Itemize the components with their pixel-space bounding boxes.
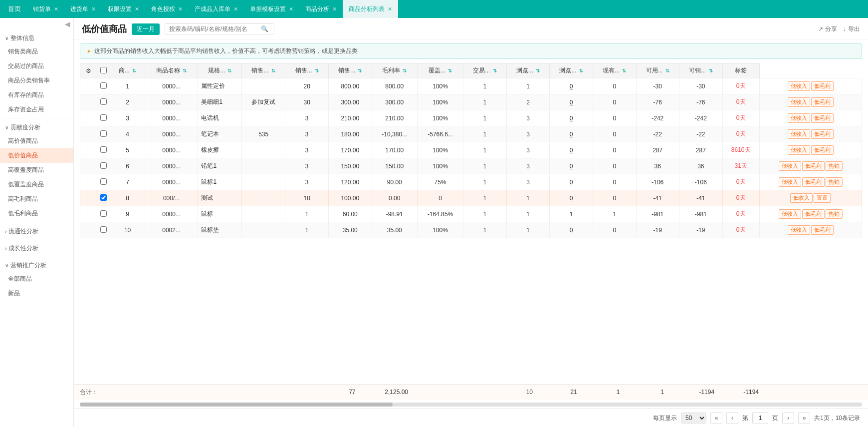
sidebar-item-low-profit[interactable]: 低毛利商品 [0, 206, 73, 221]
sidebar-collapse-btn[interactable]: ◀ [65, 20, 70, 28]
view1-link[interactable]: 1 [570, 211, 573, 218]
col-code[interactable]: 商... ⇅ [110, 63, 145, 78]
nav-permission[interactable]: 权限设置 ✕ [102, 0, 145, 18]
col-settings[interactable]: ⚙ [80, 63, 97, 78]
nav-purchase-close[interactable]: ✕ [91, 6, 96, 12]
nav-home[interactable]: 首页 [2, 0, 27, 18]
col-name[interactable]: 商品名称 ⇅ [145, 63, 198, 78]
cell-checkbox[interactable] [97, 206, 110, 222]
cell-view1[interactable]: 0 [550, 126, 593, 142]
nav-sale-close[interactable]: ✕ [54, 6, 58, 12]
view1-link[interactable]: 0 [570, 115, 573, 122]
cell-view1[interactable]: 1 [550, 206, 593, 222]
col-current[interactable]: 现有... ⇅ [593, 63, 636, 78]
sidebar-item-new-goods[interactable]: 新品 [0, 286, 73, 301]
cell-view1[interactable]: 0 [550, 190, 593, 206]
nav-stock-in-close[interactable]: ✕ [233, 6, 238, 12]
nav-analysis-close[interactable]: ✕ [332, 6, 337, 12]
col-spec[interactable]: 规格... ⇅ [198, 63, 242, 78]
cell-view1[interactable]: 0 [550, 158, 593, 174]
cell-checkbox[interactable] [97, 94, 110, 110]
col-sellable[interactable]: 可销... ⇅ [679, 63, 723, 78]
view1-link[interactable]: 0 [570, 83, 573, 90]
share-button[interactable]: ↗ 分享 [818, 25, 837, 33]
col-trade[interactable]: 交易... ⇅ [463, 63, 507, 78]
col-amount[interactable]: 销售... ⇅ [285, 63, 329, 78]
export-button[interactable]: ↓ 导出 [843, 25, 860, 33]
cell-checkbox[interactable] [97, 126, 110, 142]
cell-view1[interactable]: 0 [550, 222, 593, 238]
view1-link[interactable]: 0 [570, 163, 573, 170]
period-button[interactable]: 近一月 [132, 23, 160, 35]
nav-analysis-list[interactable]: 商品分析列表 ✕ [343, 0, 398, 18]
nav-role[interactable]: 角色授权 ✕ [145, 0, 189, 18]
nav-role-close[interactable]: ✕ [178, 6, 183, 12]
view1-link[interactable]: 0 [570, 179, 573, 186]
nav-stock-in[interactable]: 产成品入库单 ✕ [189, 0, 244, 18]
search-icon[interactable]: 🔍 [261, 25, 268, 32]
sidebar-item-low-value[interactable]: 低价值商品 [0, 148, 73, 163]
nav-permission-close[interactable]: ✕ [135, 6, 139, 12]
row-checkbox[interactable] [100, 178, 107, 185]
cell-checkbox[interactable] [97, 142, 110, 158]
cell-checkbox[interactable] [97, 174, 110, 190]
cell-checkbox[interactable] [97, 190, 110, 206]
sidebar-item-in-stock[interactable]: 有库存的商品 [0, 88, 73, 102]
select-all-checkbox[interactable] [100, 67, 107, 73]
sidebar-section-overall[interactable]: ∨ 整体信息 [0, 30, 73, 44]
cell-view1[interactable]: 0 [550, 110, 593, 126]
sidebar-section-flow[interactable]: › 流通性分析 [0, 223, 73, 238]
row-checkbox[interactable] [100, 82, 107, 89]
horizontal-scrollbar[interactable] [80, 403, 862, 407]
row-checkbox[interactable] [100, 210, 107, 217]
view1-link[interactable]: 0 [570, 131, 573, 138]
sidebar-item-stock-capital[interactable]: 库存资金占用 [0, 102, 73, 117]
col-view2[interactable]: 浏览... ⇅ [550, 63, 593, 78]
view1-link[interactable]: 0 [570, 227, 573, 234]
nav-analysis-list-close[interactable]: ✕ [388, 6, 392, 12]
row-checkbox[interactable] [100, 98, 107, 105]
row-checkbox[interactable] [100, 146, 107, 153]
page-size-select[interactable]: 50 100 200 [681, 413, 706, 424]
sidebar-item-sales-goods[interactable]: 销售类商品 [0, 44, 73, 59]
row-checkbox[interactable] [100, 226, 107, 233]
sidebar-item-all-goods[interactable]: 全部商品 [0, 272, 73, 286]
next-page-btn[interactable]: › [782, 412, 794, 424]
col-profit[interactable]: 销售... ⇅ [328, 63, 372, 78]
sidebar-item-traded-goods[interactable]: 交易过的商品 [0, 59, 73, 73]
nav-purchase[interactable]: 进货单 ✕ [64, 0, 102, 18]
sidebar-item-high-profit[interactable]: 高毛利商品 [0, 192, 73, 206]
sidebar-section-growth[interactable]: › 成长性分析 [0, 240, 73, 255]
cell-checkbox[interactable] [97, 78, 110, 94]
row-checkbox[interactable] [100, 162, 107, 169]
cell-view1[interactable]: 0 [550, 78, 593, 94]
row-checkbox[interactable] [100, 130, 107, 137]
cell-checkbox[interactable] [97, 110, 110, 126]
sidebar-section-contribution[interactable]: ∨ 贡献度分析 [0, 119, 73, 134]
cell-checkbox[interactable] [97, 222, 110, 238]
view1-link[interactable]: 0 [570, 195, 573, 202]
view1-link[interactable]: 0 [570, 147, 573, 154]
cell-checkbox[interactable] [97, 158, 110, 174]
col-view1[interactable]: 浏览... ⇅ [506, 63, 550, 78]
cell-view1[interactable]: 0 [550, 142, 593, 158]
sidebar-item-low-coverage[interactable]: 低覆盖度商品 [0, 177, 73, 192]
sidebar-section-marketing[interactable]: ∨ 营销推广分析 [0, 257, 73, 272]
col-margin[interactable]: 毛利率 ⇅ [372, 63, 417, 78]
nav-template-close[interactable]: ✕ [289, 6, 293, 12]
cell-view1[interactable]: 0 [550, 174, 593, 190]
sidebar-item-category-rate[interactable]: 商品分类销售率 [0, 73, 73, 88]
nav-template[interactable]: 单据模板设置 ✕ [244, 0, 299, 18]
col-checkbox[interactable] [97, 63, 110, 78]
row-checkbox[interactable] [100, 114, 107, 121]
first-page-btn[interactable]: « [710, 412, 722, 424]
prev-page-btn[interactable]: ‹ [726, 412, 738, 424]
view1-link[interactable]: 0 [570, 99, 573, 106]
row-checkbox[interactable] [100, 194, 107, 201]
sidebar-item-high-coverage[interactable]: 高覆盖度商品 [0, 163, 73, 177]
col-qty[interactable]: 销售... ⇅ [241, 63, 285, 78]
current-page-input[interactable] [752, 412, 768, 424]
last-page-btn[interactable]: » [798, 412, 810, 424]
sidebar-item-high-value[interactable]: 高价值商品 [0, 134, 73, 148]
col-available[interactable]: 可用... ⇅ [636, 63, 679, 78]
